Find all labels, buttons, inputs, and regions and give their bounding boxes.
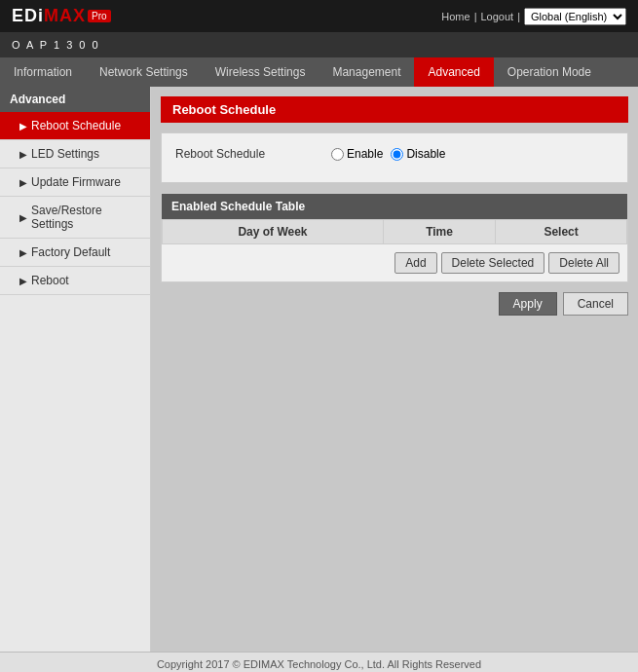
enable-radio[interactable]	[331, 148, 344, 161]
home-link[interactable]: Home	[441, 11, 469, 22]
cancel-button[interactable]: Cancel	[563, 292, 628, 316]
sidebar-label-reboot: Reboot	[31, 274, 69, 287]
col-select: Select	[496, 220, 627, 244]
add-button[interactable]: Add	[394, 252, 436, 274]
sidebar-item-save-restore[interactable]: ▶ Save/Restore Settings	[0, 197, 150, 239]
col-time: Time	[383, 220, 495, 244]
disable-label[interactable]: Disable	[391, 147, 445, 161]
nav-network-settings[interactable]: Network Settings	[86, 57, 202, 87]
logo-pro-badge: Pro	[88, 10, 111, 22]
nav-wireless-settings[interactable]: Wireless Settings	[202, 57, 319, 87]
schedule-table: Day of Week Time Select	[162, 219, 627, 244]
device-name: O A P 1 3 0 0	[12, 39, 100, 51]
arrow-icon: ▶	[19, 212, 27, 223]
disable-radio[interactable]	[391, 148, 403, 161]
form-label-reboot: Reboot Schedule	[175, 147, 331, 161]
table-title: Enabled Schedule Table	[162, 194, 627, 219]
form-row-reboot-schedule: Reboot Schedule Enable Disable	[175, 147, 614, 161]
nav-management[interactable]: Management	[319, 57, 414, 87]
footer: Copyright 2017 © EDIMAX Technology Co., …	[0, 652, 638, 672]
footer-text: Copyright 2017 © EDIMAX Technology Co., …	[157, 658, 481, 670]
language-select[interactable]: Global (English)	[524, 8, 626, 25]
nav-bar: Information Network Settings Wireless Se…	[0, 57, 638, 87]
header: EDiMAX Pro Home | Logout | Global (Engli…	[0, 0, 638, 32]
sidebar-label-factory-default: Factory Default	[31, 245, 110, 259]
apply-button[interactable]: Apply	[499, 292, 557, 316]
content-wrapper: Advanced ▶ Reboot Schedule ▶ LED Setting…	[0, 87, 638, 652]
delete-all-button[interactable]: Delete All	[548, 252, 619, 274]
device-bar: O A P 1 3 0 0	[0, 32, 638, 57]
delete-selected-button[interactable]: Delete Selected	[441, 252, 545, 274]
logo: EDiMAX Pro	[12, 6, 111, 26]
sidebar-label-led-settings: LED Settings	[31, 147, 99, 161]
arrow-icon: ▶	[19, 247, 27, 258]
sidebar-item-led-settings[interactable]: ▶ LED Settings	[0, 140, 150, 168]
sidebar: Advanced ▶ Reboot Schedule ▶ LED Setting…	[0, 87, 151, 652]
nav-advanced[interactable]: Advanced	[414, 57, 493, 87]
enable-text: Enable	[347, 147, 383, 161]
col-day-of-week: Day of Week	[163, 220, 384, 244]
sidebar-item-reboot-schedule[interactable]: ▶ Reboot Schedule	[0, 112, 150, 140]
arrow-icon: ▶	[19, 177, 27, 188]
sidebar-header: Advanced	[0, 87, 150, 112]
enable-label[interactable]: Enable	[331, 147, 383, 161]
header-right: Home | Logout | Global (English)	[441, 8, 626, 25]
logo-text: EDiMAX	[12, 6, 86, 26]
page-title: Reboot Schedule	[161, 96, 628, 123]
apply-row: Apply Cancel	[161, 292, 628, 316]
table-actions: Add Delete Selected Delete All	[162, 244, 627, 281]
arrow-icon: ▶	[19, 149, 27, 160]
sidebar-item-factory-default[interactable]: ▶ Factory Default	[0, 239, 150, 267]
nav-operation-mode[interactable]: Operation Mode	[494, 57, 605, 87]
reboot-schedule-panel: Reboot Schedule Enable Disable	[161, 132, 628, 183]
disable-text: Disable	[406, 147, 445, 161]
sidebar-label-reboot-schedule: Reboot Schedule	[31, 119, 121, 132]
logout-link[interactable]: Logout	[480, 11, 513, 22]
nav-information[interactable]: Information	[0, 57, 86, 87]
sidebar-label-update-firmware: Update Firmware	[31, 175, 121, 189]
arrow-icon: ▶	[19, 276, 27, 286]
form-controls: Enable Disable	[331, 147, 445, 161]
sidebar-item-update-firmware[interactable]: ▶ Update Firmware	[0, 168, 150, 197]
arrow-icon: ▶	[19, 121, 27, 131]
sidebar-item-reboot[interactable]: ▶ Reboot	[0, 267, 150, 295]
schedule-table-section: Enabled Schedule Table Day of Week Time …	[161, 193, 628, 282]
sidebar-label-save-restore: Save/Restore Settings	[31, 204, 140, 231]
main-content: Reboot Schedule Reboot Schedule Enable D…	[151, 87, 638, 652]
